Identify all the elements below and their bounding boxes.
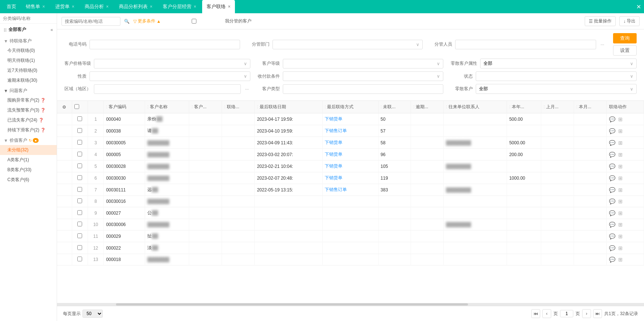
grid-action-icon[interactable]: ⊞ [618, 210, 623, 216]
row-checkbox[interactable] [77, 140, 82, 145]
message-icon[interactable]: 💬 [609, 163, 615, 169]
price-level-select[interactable]: ∨ [94, 59, 250, 68]
row-settings[interactable] [57, 254, 72, 265]
grid-action-icon[interactable]: ⊞ [618, 152, 623, 158]
type-column-header[interactable]: : 客户... [189, 101, 222, 113]
grid-action-icon[interactable]: ⊞ [618, 245, 623, 251]
dept-select[interactable]: ∨ [272, 40, 423, 49]
row-checkbox[interactable] [77, 152, 82, 156]
tab-customer-layer[interactable]: 客户分层经营 × [158, 0, 201, 13]
all-customers-header[interactable]: :: 全部客户 « [0, 24, 57, 36]
grid-action-icon[interactable]: ⊞ [618, 140, 623, 146]
nature-select[interactable]: ∨ [89, 71, 250, 81]
row-checkbox[interactable] [77, 198, 82, 203]
more-conditions-button[interactable]: ▽ 更多条件 ▲ [133, 18, 161, 24]
query-button[interactable]: 查询 [613, 33, 637, 43]
manager-input[interactable] [455, 40, 596, 49]
message-icon[interactable]: 💬 [609, 222, 615, 227]
last-contact-way[interactable] [322, 242, 378, 254]
contact-way-link[interactable]: 下销售订单 [325, 128, 347, 133]
row-settings[interactable] [57, 196, 72, 207]
tab-customer-contact[interactable]: 客户联络 × [202, 0, 235, 13]
my-customer-checkbox[interactable] [165, 19, 224, 24]
close-sales-tab[interactable]: × [42, 4, 45, 9]
row-settings[interactable] [57, 207, 72, 219]
message-icon[interactable]: 💬 [609, 116, 615, 122]
gear-column-header[interactable]: ⚙ [57, 101, 72, 113]
close-purchase-tab[interactable]: × [72, 4, 74, 9]
last-page-button[interactable]: ⏭ [593, 309, 602, 318]
export-button[interactable]: ↓ 导出 [619, 16, 640, 26]
message-icon[interactable]: 💬 [609, 210, 615, 216]
problem-customers-group[interactable]: ▼ 问题客户 [0, 85, 57, 95]
name-column-header[interactable]: : 客户名称 [145, 101, 189, 113]
row-settings[interactable] [57, 113, 72, 125]
horizontal-scrollbar[interactable] [57, 303, 644, 306]
last-contact-way[interactable] [322, 254, 378, 265]
batch-op-button[interactable]: ☰ 批量操作 [585, 16, 616, 26]
message-icon[interactable]: 💬 [609, 257, 615, 262]
sidebar-item-c-class[interactable]: C类客户(6) [0, 175, 57, 185]
last-contact-way-column-header[interactable]: : 最后联络方式 [322, 101, 378, 113]
sidebar-item-ungroup[interactable]: 未分组(32) [0, 145, 57, 155]
last-contact-way[interactable]: 下销售订单 [322, 125, 378, 137]
last-contact-way[interactable] [322, 196, 378, 207]
home-tab[interactable]: 首页 [3, 0, 20, 13]
close-product-list-tab[interactable]: × [150, 4, 152, 9]
last-contact-way[interactable]: 下销货单 [322, 137, 378, 149]
collapse-icon[interactable]: « [50, 27, 53, 32]
not-contacted-column-header[interactable]: : 未联... [378, 101, 411, 113]
select-all-checkbox[interactable] [74, 104, 79, 109]
code-column-header[interactable]: : 客户编码 [104, 101, 145, 113]
message-icon[interactable]: 💬 [609, 128, 615, 134]
value-customers-group[interactable]: ▼ 价值客户 ↻ ● [0, 135, 57, 145]
message-icon[interactable]: 💬 [609, 233, 615, 239]
last-contact-way[interactable] [322, 219, 378, 230]
last-month-column-header[interactable]: : 上月... [541, 101, 574, 113]
sidebar-item-b-class[interactable]: B类客户(33) [0, 165, 57, 175]
close-layer-tab[interactable]: × [194, 4, 196, 9]
contact-way-link[interactable]: 下销货单 [325, 152, 342, 157]
scroll-thumb[interactable] [116, 303, 468, 306]
row-checkbox[interactable] [77, 163, 82, 168]
last-contact-way[interactable] [322, 207, 378, 219]
last-contact-way[interactable]: 下销货单 [322, 149, 378, 160]
payment-select[interactable]: ∨ [283, 71, 444, 81]
close-product-tab[interactable]: × [106, 4, 109, 9]
status-select[interactable]: ∨ [476, 71, 637, 81]
sidebar-item-7days[interactable]: 近7天待联络(0) [0, 66, 57, 75]
value-refresh-icon[interactable]: ↻ [29, 138, 32, 142]
region-input[interactable] [94, 84, 241, 94]
region-dots[interactable]: ··· [245, 87, 249, 92]
overdue-column-header[interactable]: : 逾期... [411, 101, 444, 113]
close-contact-tab[interactable]: × [228, 4, 230, 9]
contact-way-link[interactable]: 下销货单 [325, 163, 342, 169]
last-contact-way[interactable]: 下销货单 [322, 160, 378, 172]
row-checkbox[interactable] [77, 257, 82, 261]
first-page-button[interactable]: ⏮ [531, 309, 540, 318]
prev-page-button[interactable]: ‹ [542, 309, 551, 318]
row-checkbox[interactable] [77, 222, 82, 226]
tab-product-analysis[interactable]: 商品分析 × [80, 0, 113, 13]
grid-action-icon[interactable]: ⊞ [618, 187, 623, 193]
last-contact-date-column-header[interactable]: : 最后联络日期 [254, 101, 322, 113]
sidebar-item-a-class[interactable]: A类客户(1) [0, 155, 57, 165]
last-contact-way[interactable]: 下销售订单 [322, 184, 378, 196]
row-checkbox[interactable] [77, 128, 82, 133]
sidebar-item-lost[interactable]: 已流失客户(24) ❓ [0, 115, 57, 125]
grid-action-icon[interactable]: ⊞ [618, 257, 623, 262]
scatter-customer-select[interactable]: 全部 ∨ [476, 84, 637, 94]
contact-way-link[interactable]: 下销货单 [325, 116, 342, 121]
message-icon[interactable]: 💬 [609, 245, 615, 251]
message-icon[interactable]: 💬 [609, 175, 615, 181]
message-icon[interactable]: 💬 [609, 140, 615, 146]
row-checkbox[interactable] [77, 187, 82, 192]
tab-purchase-order[interactable]: 进货单 × [51, 0, 79, 13]
contact-way-link[interactable]: 下销货单 [325, 140, 342, 145]
row-checkbox[interactable] [77, 245, 82, 250]
row-settings[interactable] [57, 219, 72, 230]
row-checkbox[interactable] [77, 210, 82, 215]
reset-button[interactable]: 设置 [613, 45, 637, 56]
row-settings[interactable] [57, 137, 72, 149]
grid-action-icon[interactable]: ⊞ [618, 116, 623, 122]
